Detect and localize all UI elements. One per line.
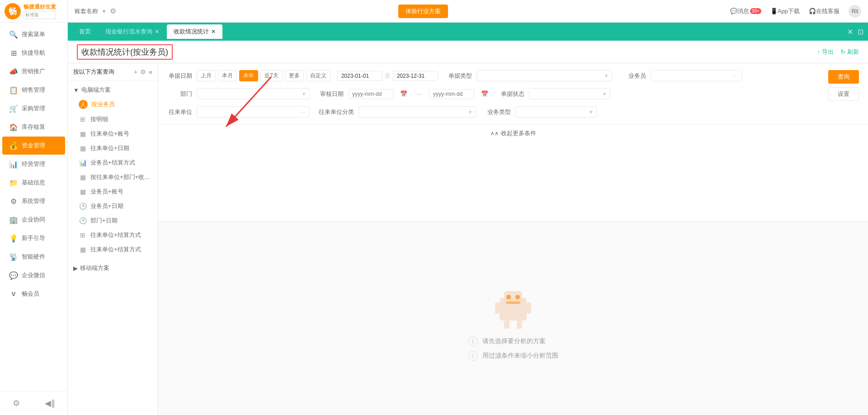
nav-item-smart-hw[interactable]: 📡 智能硬件 (2, 248, 65, 266)
nav-item-purchase[interactable]: 🛒 采购管理 (2, 99, 65, 118)
filter-row-3: 往来单位 ··· 往来单位分类 ▾ (167, 106, 859, 118)
counterpart-type-select[interactable]: ▾ (359, 106, 476, 118)
user-menu[interactable]: Rit (849, 5, 861, 18)
biz-type-select[interactable]: ▾ (515, 106, 597, 118)
scheme-item-by-detail[interactable]: ⊞ 按明细 (68, 112, 158, 127)
voucher-status-select[interactable]: ▾ (529, 88, 610, 99)
messages-button[interactable]: 💬 消息 99+ (730, 7, 761, 15)
date-btn-last-7-days[interactable]: 近7天 (260, 70, 283, 81)
scheme-item-unit-date-label: 往来单位+日期 (90, 144, 129, 152)
topbar-dropdown-icon[interactable]: ▾ (103, 8, 105, 14)
trial-button[interactable]: 体验行业方案 (398, 5, 448, 18)
salesperson-dots[interactable]: ··· (733, 72, 738, 79)
svg-rect-10 (517, 321, 522, 329)
tab-maximize-icon[interactable]: ⊡ (858, 28, 863, 36)
nav-label-finance: 资金管理 (22, 141, 45, 150)
tab-bank-flow[interactable]: 现金银行流水查询 ✕ (99, 24, 166, 39)
collapse-label: 收起更多条件 (501, 129, 536, 137)
scheme-item-by-salesperson[interactable]: 人 按业务员 (68, 97, 158, 112)
tab-collection-stats-close[interactable]: ✕ (211, 28, 216, 35)
scheme-item-dept-date[interactable]: 🕐 部门+日期 (68, 213, 158, 228)
tab-close-all-icon[interactable]: ✕ (847, 28, 853, 36)
sidebar-collapse-button[interactable]: ◀‖ (42, 396, 57, 410)
nav-item-inventory[interactable]: 🏠 库存核算 (2, 118, 65, 136)
date-to-input[interactable] (393, 71, 438, 81)
sidebar-footer: ⚙ ◀‖ (0, 391, 67, 415)
tab-collection-stats[interactable]: 收款情况统计 ✕ (167, 24, 222, 39)
refresh-button[interactable]: ↻ 刷新 (840, 48, 859, 56)
date-from-input[interactable] (337, 71, 382, 81)
nav-item-wechat[interactable]: 💬 企业微信 (2, 266, 65, 284)
empty-tip-2: 2 用过滤条件来缩小分析范围 (468, 351, 558, 361)
filter-settings-button[interactable]: 设置 (828, 87, 859, 101)
scheme-settings-button[interactable]: ⚙ (140, 68, 146, 75)
scheme-item-by-salesperson-label: 按业务员 (91, 100, 115, 108)
scheme-item-unit-date[interactable]: ▦ 往来单位+日期 (68, 141, 158, 156)
scheme-group-mobile-header[interactable]: ▶ 移动端方案 (68, 261, 158, 275)
export-icon: ↑ (817, 48, 821, 55)
nav-item-sales[interactable]: 📋 销售管理 (2, 81, 65, 99)
collapse-bar[interactable]: ∧∧ 收起更多条件 (158, 124, 868, 142)
nav-item-quick-nav[interactable]: ⊞ 快捷导航 (2, 44, 65, 62)
scheme-item-unit-settle2-label: 往来单位+结算方式 (90, 245, 141, 254)
export-label: 导出 (822, 48, 834, 56)
nav-item-basic[interactable]: 📁 基础信息 (2, 174, 65, 192)
counterpart-type-label: 往来单位分类 (319, 108, 354, 116)
scheme-item-unit-settle1-label: 往来单位+结算方式 (90, 231, 141, 239)
messages-icon: 💬 (730, 8, 737, 14)
scheme-collapse-button[interactable]: « (149, 68, 152, 75)
voucher-type-select[interactable]: ▾ (476, 70, 612, 81)
collapse-icon: ∧∧ (491, 130, 499, 137)
svg-point-5 (515, 295, 520, 299)
date-btn-this-month[interactable]: 本月 (218, 70, 237, 81)
scheme-item-salesperson-account[interactable]: ▦ 业务员+账号 (68, 184, 158, 199)
online-service-label: 在线客服 (816, 7, 840, 15)
counterpart-input[interactable] (201, 108, 298, 115)
date-btn-last-month[interactable]: 上月 (197, 70, 216, 81)
topbar-right: 💬 消息 99+ 📱 App下载 🎧 在线客服 Rit (730, 5, 861, 18)
review-date-label: 审核日期 (319, 90, 344, 98)
counterpart-dots[interactable]: ··· (301, 108, 306, 115)
scheme-item-unit-settle1[interactable]: ⊞ 往来单位+结算方式 (68, 228, 158, 242)
app-download-button[interactable]: 📱 App下载 (770, 7, 800, 15)
online-service-button[interactable]: 🎧 在线客服 (809, 7, 840, 15)
messages-label: 消息 (737, 7, 749, 15)
nav-item-enterprise[interactable]: 🏢 企业协同 (2, 211, 65, 229)
nav-label-inventory: 库存核算 (22, 123, 45, 131)
salesperson-input[interactable] (655, 72, 731, 79)
scheme-group-desktop-header[interactable]: ▼ 电脑端方案 (68, 83, 158, 97)
tab-bank-flow-close[interactable]: ✕ (155, 28, 159, 35)
dept-select[interactable]: ▾ (197, 88, 310, 99)
nav-item-search[interactable]: 🔍 搜索菜单 (2, 25, 65, 43)
biz-type-chevron: ▾ (590, 108, 593, 115)
member-icon: V (9, 289, 18, 298)
date-btn-more[interactable]: 更多 (285, 70, 304, 81)
nav-item-finance[interactable]: 💰 资金管理 (2, 137, 65, 155)
sidebar-settings-button[interactable]: ⚙ (10, 396, 22, 410)
nav-item-guide[interactable]: 💡 新手引导 (2, 229, 65, 247)
nav-item-marketing[interactable]: 📣 营销推广 (2, 62, 65, 80)
nav-item-system[interactable]: ⚙ 系统管理 (2, 192, 65, 210)
scheme-add-button[interactable]: + (134, 68, 137, 75)
scheme-item-unit-dept-collect[interactable]: ▦ 按往来单位+部门+收... (68, 170, 158, 184)
nav-item-operation[interactable]: 📊 经营管理 (2, 155, 65, 173)
scheme-item-salesperson-date[interactable]: 🕐 业务员+日期 (68, 199, 158, 213)
voucher-status-label: 单据状态 (500, 90, 524, 98)
sidebar: 畅 畅捷通好生意 标准版 🔍 搜索菜单 ⊞ 快捷导航 📣 营销推广 📋 销售管理… (0, 0, 68, 415)
salesperson-field: 业务员 ··· (621, 70, 742, 81)
topbar-settings-icon[interactable]: ⚙ (110, 7, 116, 15)
nav-label-operation: 经营管理 (22, 160, 45, 168)
date-btn-this-year[interactable]: 本年 (239, 70, 258, 81)
nav-item-member[interactable]: V 畅会员 (2, 285, 65, 303)
scheme-item-unit-account[interactable]: ▦ 往来单位+账号 (68, 127, 158, 141)
sidebar-nav: 🔍 搜索菜单 ⊞ 快捷导航 📣 营销推广 📋 销售管理 🛒 采购管理 🏠 库存核… (0, 23, 67, 391)
scheme-item-unit-settle2[interactable]: ▦ 往来单位+结算方式 (68, 242, 158, 257)
date-btn-custom[interactable]: 自定义 (306, 70, 330, 81)
review-date-from-input[interactable] (348, 89, 393, 99)
query-button[interactable]: 查询 (828, 70, 859, 84)
tab-home[interactable]: 首页 (72, 24, 98, 39)
export-button[interactable]: ↑ 导出 (817, 48, 834, 56)
salesperson-input-wrap: ··· (651, 70, 742, 81)
review-date-to-input[interactable] (429, 89, 474, 99)
scheme-item-salesperson-settle[interactable]: 📊 业务员+结算方式 (68, 156, 158, 170)
